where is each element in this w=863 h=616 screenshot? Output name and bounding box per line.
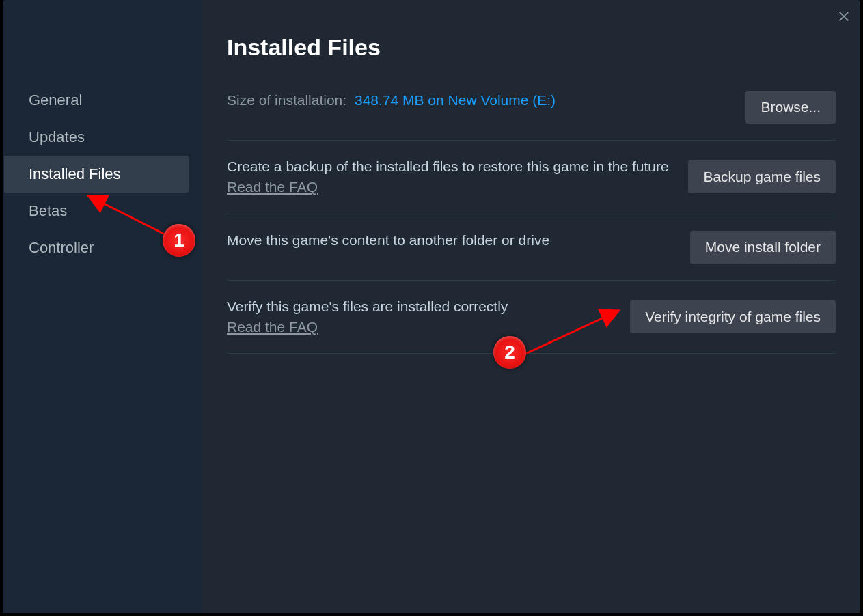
installation-size-row: Size of installation: 348.74 MB on New V… bbox=[227, 87, 836, 141]
verify-description: Verify this game's files are installed c… bbox=[227, 298, 508, 314]
sidebar-item-label: Installed Files bbox=[29, 165, 121, 183]
verify-faq-link[interactable]: Read the FAQ bbox=[227, 318, 318, 337]
verify-text-block: Verify this game's files are installed c… bbox=[227, 297, 614, 337]
sidebar-item-betas[interactable]: Betas bbox=[4, 193, 189, 229]
size-value: 348.74 MB on New Volume (E:) bbox=[355, 92, 556, 108]
backup-text-block: Create a backup of the installed files t… bbox=[227, 157, 671, 197]
properties-dialog: General Updates Installed Files Betas Co… bbox=[3, 0, 860, 613]
verify-row: Verify this game's files are installed c… bbox=[227, 281, 836, 354]
sidebar-item-label: Updates bbox=[29, 128, 85, 146]
size-label: Size of installation: bbox=[227, 92, 346, 108]
verify-button[interactable]: Verify integrity of game files bbox=[630, 300, 836, 333]
sidebar: General Updates Installed Files Betas Co… bbox=[3, 0, 202, 613]
backup-faq-link[interactable]: Read the FAQ bbox=[227, 178, 318, 197]
sidebar-item-label: Controller bbox=[29, 239, 94, 257]
sidebar-item-general[interactable]: General bbox=[4, 82, 189, 119]
sidebar-item-updates[interactable]: Updates bbox=[4, 119, 189, 156]
sidebar-item-controller[interactable]: Controller bbox=[4, 229, 189, 266]
installation-size-text: Size of installation: 348.74 MB on New V… bbox=[227, 91, 671, 110]
backup-row: Create a backup of the installed files t… bbox=[227, 141, 836, 214]
backup-description: Create a backup of the installed files t… bbox=[227, 158, 669, 174]
sidebar-item-label: General bbox=[29, 92, 82, 109]
move-row: Move this game's content to another fold… bbox=[227, 214, 836, 281]
backup-button[interactable]: Backup game files bbox=[688, 160, 836, 193]
move-description: Move this game's content to another fold… bbox=[227, 231, 671, 250]
sidebar-item-label: Betas bbox=[29, 202, 67, 220]
move-button[interactable]: Move install folder bbox=[690, 231, 836, 264]
browse-button[interactable]: Browse... bbox=[745, 91, 836, 124]
sidebar-item-installed-files[interactable]: Installed Files bbox=[4, 156, 189, 193]
main-panel: Installed Files Size of installation: 34… bbox=[202, 0, 860, 613]
page-title: Installed Files bbox=[227, 34, 836, 61]
